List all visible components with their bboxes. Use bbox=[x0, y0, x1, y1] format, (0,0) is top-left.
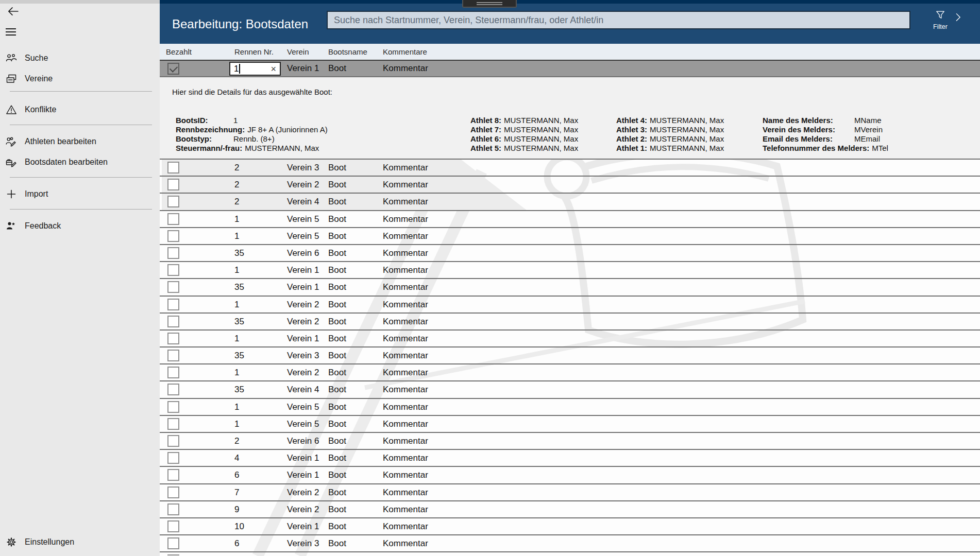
boot-cell: Boot bbox=[328, 262, 346, 278]
bezahlt-checkbox[interactable] bbox=[167, 247, 179, 259]
table-row[interactable]: 1Verein 5BootKommentar bbox=[160, 416, 980, 433]
app-window: SucheVereineKonflikteAthleten bearbeiten… bbox=[0, 0, 980, 556]
column-header-bezahlt[interactable]: Bezahlt bbox=[166, 44, 192, 60]
table-row[interactable]: 9Verein 2BootKommentar bbox=[160, 501, 980, 518]
boot-cell: Boot bbox=[328, 467, 346, 483]
column-header-bootsname[interactable]: Bootsname bbox=[328, 44, 367, 60]
bezahlt-checkbox[interactable] bbox=[167, 350, 179, 361]
selected-table-row[interactable]: 1 × Verein 1 Boot Kommentar bbox=[160, 61, 980, 77]
nr-cell: 10 bbox=[234, 518, 244, 534]
detail-label: Athlet 5: bbox=[470, 144, 504, 153]
bezahlt-checkbox[interactable] bbox=[167, 401, 179, 413]
bezahlt-checkbox[interactable] bbox=[167, 316, 179, 327]
boot-cell: Boot bbox=[328, 450, 346, 466]
table-row[interactable]: 2Verein 4BootKommentar bbox=[160, 194, 980, 211]
bezahlt-checkbox[interactable] bbox=[167, 213, 179, 225]
table-row[interactable]: 1Verein 1BootKommentar bbox=[160, 331, 980, 348]
kommentar-cell: Kommentar bbox=[383, 61, 428, 76]
sidebar-divider bbox=[10, 177, 152, 178]
table-row[interactable]: 1Verein 2BootKommentar bbox=[160, 364, 980, 381]
komm-cell: Kommentar bbox=[383, 194, 428, 210]
bezahlt-checkbox[interactable] bbox=[167, 503, 179, 515]
bezahlt-checkbox[interactable] bbox=[167, 520, 179, 532]
nr-cell: 1 bbox=[234, 228, 239, 244]
bezahlt-checkbox[interactable] bbox=[167, 384, 179, 395]
back-button[interactable] bbox=[6, 5, 20, 18]
bezahlt-checkbox[interactable] bbox=[167, 469, 179, 481]
table-row[interactable]: 1Verein 5BootKommentar bbox=[160, 211, 980, 228]
bezahlt-checkbox[interactable] bbox=[167, 162, 179, 173]
bezahlt-checkbox[interactable] bbox=[167, 299, 179, 310]
filter-button[interactable]: Filter bbox=[924, 10, 957, 30]
sidebar-item-label: Vereine bbox=[25, 74, 53, 83]
table-row[interactable]: 1Verein 5BootKommentar bbox=[160, 228, 980, 245]
komm-cell: Kommentar bbox=[383, 262, 428, 278]
bezahlt-checkbox[interactable] bbox=[167, 435, 179, 447]
table-row[interactable]: 35Verein 1BootKommentar bbox=[160, 279, 980, 296]
table-row[interactable]: 35Verein 6BootKommentar bbox=[160, 245, 980, 262]
table-row[interactable]: 35Verein 2BootKommentar bbox=[160, 314, 980, 331]
detail-line: Athlet 8:MUSTERMANN, Max bbox=[470, 116, 578, 125]
nr-cell: 6 bbox=[234, 467, 239, 483]
bezahlt-checkbox[interactable] bbox=[167, 537, 179, 549]
detail-label: Email des Melders: bbox=[763, 134, 854, 144]
table-row-partial[interactable] bbox=[160, 552, 980, 555]
window-drag-handle[interactable] bbox=[462, 0, 517, 8]
column-header-verein[interactable]: Verein bbox=[287, 44, 309, 60]
sidebar-item-einstellungen[interactable]: Einstellungen bbox=[0, 532, 160, 552]
table-rows: 2Verein 3BootKommentar2Verein 2BootKomme… bbox=[160, 160, 980, 556]
bezahlt-checkbox[interactable] bbox=[167, 452, 179, 464]
table-row[interactable]: 2Verein 6BootKommentar bbox=[160, 433, 980, 450]
detail-value: JF 8+ A (Juniorinnen A) bbox=[247, 125, 328, 134]
person-edit-icon bbox=[6, 136, 17, 147]
table-row[interactable]: 1Verein 2BootKommentar bbox=[160, 297, 980, 314]
detail-value: MUSTERMANN, Max bbox=[504, 116, 578, 125]
table-row[interactable]: 4Verein 1BootKommentar bbox=[160, 450, 980, 467]
table-row[interactable]: 6Verein 3BootKommentar bbox=[160, 535, 980, 552]
bezahlt-checkbox[interactable] bbox=[167, 418, 179, 430]
table-row[interactable]: 1Verein 1BootKommentar bbox=[160, 262, 980, 279]
bezahlt-checkbox[interactable] bbox=[167, 196, 179, 207]
sidebar-item-feedback[interactable]: Feedback bbox=[0, 216, 160, 236]
details-group-athletes-4-1: Athlet 4:MUSTERMANN, MaxAthlet 3:MUSTERM… bbox=[616, 116, 724, 153]
clear-input-icon[interactable]: × bbox=[271, 64, 276, 74]
hamburger-menu-icon[interactable] bbox=[6, 28, 17, 37]
detail-value: MUSTERMANN, Max bbox=[504, 125, 578, 134]
table-row[interactable]: 7Verein 2BootKommentar bbox=[160, 484, 980, 501]
table-row[interactable]: 35Verein 4BootKommentar bbox=[160, 381, 980, 398]
sidebar-item-label: Athleten bearbeiten bbox=[25, 137, 96, 146]
chevron-right-icon[interactable] bbox=[953, 12, 964, 23]
bezahlt-checkbox[interactable] bbox=[167, 554, 179, 555]
detail-line: BootsID:1 bbox=[176, 116, 328, 125]
table-row[interactable]: 2Verein 2BootKommentar bbox=[160, 177, 980, 194]
sidebar-item-label: Bootsdaten bearbeiten bbox=[25, 158, 108, 167]
bezahlt-checkbox[interactable] bbox=[167, 486, 179, 498]
sidebar-item-vereine[interactable]: Vereine bbox=[0, 68, 160, 89]
sidebar-item-bootsdaten-bearbeiten[interactable]: Bootsdaten bearbeiten bbox=[0, 152, 160, 172]
table-row[interactable]: 2Verein 3BootKommentar bbox=[160, 160, 980, 177]
bezahlt-checkbox[interactable] bbox=[167, 230, 179, 242]
rennen-nr-input[interactable]: 1 × bbox=[229, 62, 281, 76]
sidebar-item-suche[interactable]: Suche bbox=[0, 48, 160, 68]
bezahlt-checkbox[interactable] bbox=[167, 367, 179, 378]
sidebar-item-athleten-bearbeiten[interactable]: Athleten bearbeiten bbox=[0, 131, 160, 152]
column-header-rennen-nr[interactable]: Rennen Nr. bbox=[234, 44, 274, 60]
sidebar-divider bbox=[10, 91, 152, 92]
bezahlt-checkbox[interactable] bbox=[167, 179, 179, 190]
titlebar-right bbox=[160, 0, 980, 4]
table-row[interactable]: 35Verein 3BootKommentar bbox=[160, 348, 980, 364]
bezahlt-checkbox[interactable] bbox=[167, 264, 179, 276]
sidebar-item-konflikte[interactable]: Konflikte bbox=[0, 99, 160, 120]
search-input[interactable] bbox=[327, 11, 910, 29]
boot-cell: Boot bbox=[328, 177, 346, 193]
sidebar-item-import[interactable]: Import bbox=[0, 184, 160, 204]
bezahlt-checkbox[interactable] bbox=[167, 333, 179, 344]
column-header-kommentare[interactable]: Kommentare bbox=[383, 44, 427, 60]
table-row[interactable]: 10Verein 1BootKommentar bbox=[160, 518, 980, 535]
boot-cell: Boot bbox=[328, 433, 346, 449]
table-row[interactable]: 1Verein 5BootKommentar bbox=[160, 399, 980, 416]
bezahlt-checkbox-checked[interactable] bbox=[167, 63, 179, 75]
bezahlt-checkbox[interactable] bbox=[167, 281, 179, 293]
table-row[interactable]: 6Verein 1BootKommentar bbox=[160, 467, 980, 484]
detail-value: MName bbox=[854, 116, 882, 125]
